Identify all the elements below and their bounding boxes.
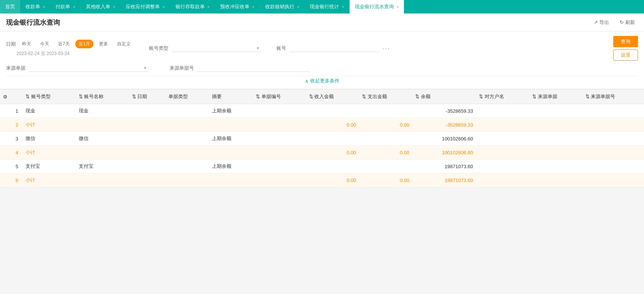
row-balance: 19871073.60 (412, 173, 476, 187)
row-account-name (76, 118, 129, 132)
column-balance[interactable]: ⇅ 余额 (412, 90, 476, 104)
row-balance: -3528659.33 (412, 104, 476, 118)
account-type-label: 账号类型 (149, 45, 168, 52)
date-btn-7days[interactable]: 近7天 (55, 40, 73, 48)
column-counterparty[interactable]: ⇅ 对方户名 (476, 90, 529, 104)
close-icon[interactable]: × (43, 0, 45, 13)
column-source-doc-no[interactable]: ⇅ 来源单据号 (582, 90, 644, 104)
row-source-doc-no (582, 173, 644, 187)
page-header: 现金银行流水查询 ↗ 导出 ↻ 刷新 (0, 13, 644, 31)
column-expense[interactable]: ⇅ 支出金额 (359, 90, 412, 104)
row-doc-no (253, 132, 306, 146)
column-doc-no[interactable]: ⇅ 单据编号 (253, 90, 306, 104)
column-account-type[interactable]: ⇅ 账号类型 (23, 90, 76, 104)
row-expense (359, 160, 412, 173)
row-doc-type (165, 146, 209, 160)
export-button[interactable]: ↗ 导出 (591, 18, 612, 27)
more-options-button[interactable]: ··· (382, 45, 390, 52)
row-index: 5 (11, 160, 23, 173)
nav-other-income[interactable]: 其他收入单 × (81, 0, 120, 13)
settings-button[interactable]: 设置 (613, 49, 638, 61)
page-title: 现金银行流水查询 (6, 18, 60, 27)
row-income: 0.00 (306, 118, 359, 132)
table-row: 3 微信 微信 上期余额 100102606.60 (0, 132, 644, 146)
date-btn-yesterday[interactable]: 昨天 (19, 40, 35, 48)
account-label: 账号 (276, 45, 286, 52)
column-index (11, 90, 23, 104)
refresh-button[interactable]: ↻ 刷新 (617, 18, 638, 27)
row-expense (359, 132, 412, 146)
column-income[interactable]: ⇅ 收入金额 (306, 90, 359, 104)
date-btn-more[interactable]: 更多 (96, 40, 111, 48)
chevron-down-icon: ▾ (144, 66, 146, 70)
row-balance: -3528659.33 (412, 118, 476, 132)
row-doc-type (165, 104, 209, 118)
account-filter: 账号 ··· (276, 45, 390, 52)
row-source-doc-no (582, 118, 644, 132)
row-account-type: 微信 (23, 132, 76, 146)
row-index: 2 (11, 118, 23, 132)
source-doc-no-filter: 来源单据号 (170, 64, 309, 72)
close-icon[interactable]: × (162, 0, 165, 13)
close-icon[interactable]: × (396, 0, 399, 13)
account-type-select[interactable]: ▾ (171, 45, 261, 52)
row-balance: 100102606.60 (412, 146, 476, 160)
column-date[interactable]: ⇅ 日期 (129, 90, 165, 104)
nav-prepaid-offset[interactable]: 预收冲应收单 × (215, 0, 260, 13)
column-account-name[interactable]: ⇅ 账号名称 (76, 90, 129, 104)
row-summary (209, 118, 253, 132)
nav-ar-ap-adjust[interactable]: 应收应付调整单 × (120, 0, 170, 13)
close-icon[interactable]: × (342, 0, 344, 13)
row-source-doc (529, 132, 582, 146)
close-icon[interactable]: × (297, 0, 299, 13)
source-doc-no-input[interactable] (197, 64, 309, 72)
row-doc-type (165, 118, 209, 132)
row-source-doc-no (582, 104, 644, 118)
nav-payment[interactable]: 付款单 × (50, 0, 80, 13)
source-doc-select[interactable]: ▾ (29, 64, 149, 72)
row-gear (0, 160, 11, 173)
column-source-doc[interactable]: ⇅ 来源单据 (529, 90, 582, 104)
source-doc-label: 来源单据 (6, 65, 26, 72)
row-source-doc-no (582, 146, 644, 160)
close-icon[interactable]: × (252, 0, 254, 13)
row-doc-no (253, 173, 306, 187)
close-icon[interactable]: × (113, 0, 115, 13)
query-button[interactable]: 查询 (613, 36, 638, 47)
row-account-type: 小计 (23, 118, 76, 132)
row-source-doc (529, 173, 582, 187)
row-doc-type (165, 160, 209, 173)
row-source-doc (529, 104, 582, 118)
header-actions: ↗ 导出 ↻ 刷新 (591, 18, 638, 27)
column-gear[interactable]: ⚙ (0, 90, 11, 104)
nav-bank-deposit[interactable]: 银行存取款单 × (170, 0, 215, 13)
row-index: 3 (11, 132, 23, 146)
nav-cash-bank-flow[interactable]: 现金银行流水查询 × (350, 0, 404, 13)
row-summary: 上期余额 (209, 104, 253, 118)
nav-collection-exec[interactable]: 收款核销执行 × (260, 0, 305, 13)
row-counterparty (476, 132, 529, 146)
nav-cash-bank-stats[interactable]: 现金银行统计 × (305, 0, 349, 13)
column-summary: 摘要 (209, 90, 253, 104)
row-gear (0, 132, 11, 146)
account-type-filter: 账号类型 ▾ (149, 45, 261, 52)
row-counterparty (476, 118, 529, 132)
close-icon[interactable]: × (207, 0, 210, 13)
close-icon[interactable]: × (73, 0, 75, 13)
date-btn-custom[interactable]: 自定义 (114, 40, 134, 48)
row-source-doc (529, 160, 582, 173)
account-input[interactable] (289, 45, 379, 52)
collapse-filter-button[interactable]: ∧ 收起更多条件 (6, 76, 638, 86)
date-btn-1month[interactable]: 近1月 (75, 40, 94, 48)
nav-receipt[interactable]: 收款单 × (20, 0, 50, 13)
date-label: 日期 (6, 41, 16, 48)
row-doc-no (253, 104, 306, 118)
table-row: 1 现金 现金 上期余额 -3528659.33 (0, 104, 644, 118)
row-account-type: 现金 (23, 104, 76, 118)
row-doc-no (253, 118, 306, 132)
row-index: 4 (11, 146, 23, 160)
row-date (129, 104, 165, 118)
date-btn-today[interactable]: 今天 (37, 40, 53, 48)
nav-home[interactable]: 首页 (0, 0, 20, 13)
row-balance: 100102606.60 (412, 132, 476, 146)
